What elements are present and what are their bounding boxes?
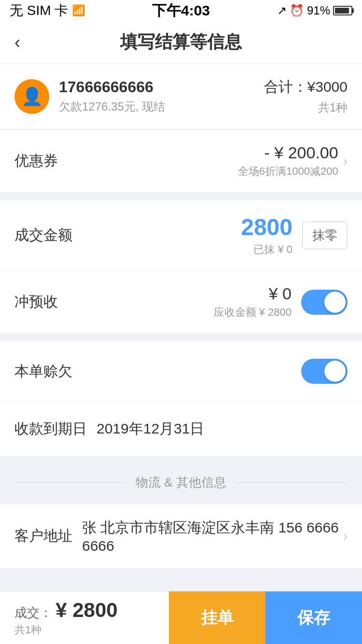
customer-debt: 欠款1276.35元, 现结 bbox=[59, 99, 165, 114]
coupon-row[interactable]: 优惠券 - ¥ 200.00 全场6折满1000减200 › bbox=[0, 129, 362, 193]
logistics-line-right bbox=[236, 482, 348, 483]
debt-toggle[interactable] bbox=[301, 359, 348, 384]
hold-button[interactable]: 挂单 bbox=[169, 591, 265, 644]
advance-right: ¥ 0 应收金额 ¥ 2800 bbox=[214, 284, 348, 320]
back-button[interactable]: ‹ bbox=[14, 32, 20, 53]
advance-number: ¥ 0 bbox=[214, 284, 292, 303]
amount-label: 成交金额 bbox=[14, 225, 72, 245]
divider-4 bbox=[0, 501, 362, 504]
customer-card: 👤 17666666666 欠款1276.35元, 现结 合计：¥3000 共1… bbox=[0, 64, 362, 129]
debt-row: 本单赊欠 bbox=[0, 341, 362, 402]
customer-info: 17666666666 欠款1276.35元, 现结 bbox=[59, 78, 165, 114]
bottom-deal-label: 成交： ¥ 2800 bbox=[14, 599, 154, 622]
advance-row: 冲预收 ¥ 0 应收金额 ¥ 2800 bbox=[0, 271, 362, 334]
coupon-chevron-icon: › bbox=[343, 154, 348, 169]
divider-2 bbox=[0, 334, 362, 341]
bottom-count: 共1种 bbox=[14, 623, 154, 637]
address-label: 客户地址 bbox=[14, 526, 72, 546]
customer-total: 合计：¥3000 bbox=[264, 77, 348, 97]
address-content: 张 北京市市辖区海淀区永丰南 156 6666 6666 bbox=[82, 518, 343, 554]
customer-right: 合计：¥3000 共1种 bbox=[264, 77, 348, 115]
status-bar: 无 SIM 卡 📶 下午4:03 ↗ ⏰ 91% bbox=[0, 0, 362, 21]
amount-right: 2800 已抹 ¥ 0 抹零 bbox=[241, 214, 348, 257]
avatar: 👤 bbox=[14, 79, 49, 114]
bottom-bar: 成交： ¥ 2800 共1种 挂单 保存 bbox=[0, 591, 362, 644]
advance-sub: 应收金额 ¥ 2800 bbox=[214, 305, 292, 320]
status-carrier: 无 SIM 卡 📶 bbox=[10, 1, 85, 20]
status-right: ↗ ⏰ 91% bbox=[277, 4, 352, 17]
status-time: 下午4:03 bbox=[152, 1, 210, 21]
coupon-desc: 全场6折满1000减200 bbox=[238, 164, 338, 179]
battery-fill bbox=[335, 8, 349, 14]
customer-count: 共1种 bbox=[264, 100, 348, 115]
carrier-text: 无 SIM 卡 bbox=[10, 1, 68, 20]
page-header: ‹ 填写结算等信息 bbox=[0, 21, 362, 64]
due-date-label: 收款到期日 bbox=[14, 419, 87, 439]
bottom-amount: ¥ 2800 bbox=[56, 599, 117, 621]
customer-phone: 17666666666 bbox=[59, 78, 165, 96]
due-date-value: 2019年12月31日 bbox=[97, 419, 204, 439]
amount-number: 2800 bbox=[241, 214, 292, 240]
alarm-icon: ⏰ bbox=[290, 4, 304, 17]
divider-1 bbox=[0, 193, 362, 200]
address-row[interactable]: 客户地址 张 北京市市辖区海淀区永丰南 156 6666 6666 › bbox=[0, 504, 362, 568]
battery-percent: 91% bbox=[307, 4, 330, 17]
bottom-info: 成交： ¥ 2800 共1种 bbox=[0, 599, 169, 637]
amount-value-block: 2800 已抹 ¥ 0 bbox=[241, 214, 292, 257]
debt-toggle-knob bbox=[324, 361, 346, 382]
location-icon: ↗ bbox=[277, 4, 287, 17]
logistics-text: 物流 & 其他信息 bbox=[136, 474, 226, 491]
advance-value-block: ¥ 0 应收金额 ¥ 2800 bbox=[214, 284, 292, 320]
divider-3 bbox=[0, 457, 362, 464]
address-chevron-icon: › bbox=[343, 529, 348, 544]
debt-label: 本单赊欠 bbox=[14, 362, 72, 381]
round-button[interactable]: 抹零 bbox=[302, 222, 348, 249]
main-content: 👤 17666666666 欠款1276.35元, 现结 合计：¥3000 共1… bbox=[0, 64, 362, 644]
coupon-amount: - ¥ 200.00 全场6折满1000减200 bbox=[238, 143, 338, 179]
advance-toggle[interactable] bbox=[301, 290, 348, 315]
advance-label: 冲预收 bbox=[14, 292, 58, 312]
battery-icon bbox=[333, 6, 352, 15]
wifi-icon: 📶 bbox=[72, 4, 85, 17]
coupon-discount: - ¥ 200.00 bbox=[238, 143, 338, 162]
logistics-line-left bbox=[14, 482, 126, 483]
customer-left: 👤 17666666666 欠款1276.35元, 现结 bbox=[14, 78, 165, 114]
coupon-right: - ¥ 200.00 全场6折满1000减200 › bbox=[238, 143, 348, 179]
amount-row: 成交金额 2800 已抹 ¥ 0 抹零 bbox=[0, 200, 362, 271]
page-title: 填写结算等信息 bbox=[120, 30, 242, 54]
save-button[interactable]: 保存 bbox=[265, 591, 362, 644]
due-date-row: 收款到期日 2019年12月31日 bbox=[0, 402, 362, 457]
amount-sub: 已抹 ¥ 0 bbox=[241, 242, 292, 257]
avatar-icon: 👤 bbox=[21, 86, 43, 107]
coupon-label: 优惠券 bbox=[14, 151, 58, 171]
advance-toggle-knob bbox=[324, 292, 346, 313]
logistics-divider: 物流 & 其他信息 bbox=[0, 464, 362, 501]
